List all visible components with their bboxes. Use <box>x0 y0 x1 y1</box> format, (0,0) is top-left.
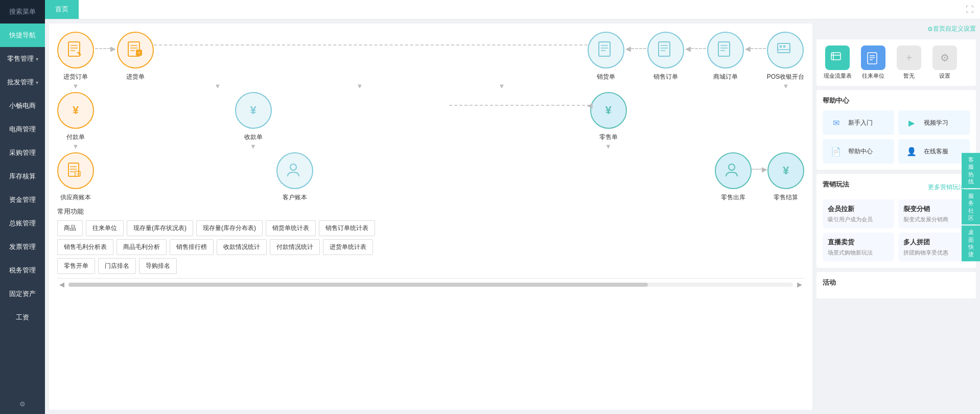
purchase-order-label: 进货订单 <box>63 73 88 81</box>
svg-rect-24 <box>780 45 782 48</box>
qni-contacts[interactable]: 往来单位 <box>858 45 888 80</box>
cf-btn-payment-stat[interactable]: 付款情况统计 <box>270 239 320 255</box>
svg-rect-35 <box>831 53 841 60</box>
sidebar-item-fixed-assets[interactable]: 固定资产 <box>0 282 45 306</box>
payment-order-circle[interactable]: ¥ <box>57 92 94 129</box>
retail-outbound-circle[interactable] <box>715 152 752 189</box>
retail-order-circle[interactable]: ¥ <box>590 92 627 129</box>
scroll-left-arrow[interactable]: ◀ <box>57 281 66 288</box>
cf-btn-goods[interactable]: 商品 <box>57 220 83 236</box>
scroll-track[interactable] <box>68 283 793 287</box>
flow-node-customer-account: 客户账本 <box>276 152 313 202</box>
online-service-icon: 👤 <box>903 143 920 159</box>
sidebar-item-xiaochang-ecom[interactable]: 小畅电商 <box>0 94 45 118</box>
customer-account-label: 客户账本 <box>283 193 307 202</box>
payment-order-label: 付款单 <box>66 133 85 142</box>
help-icon: 📄 <box>828 143 844 159</box>
marketing-item-member[interactable]: 会员拉新 吸引用户成为会员 <box>823 199 894 228</box>
flow-node-sales-receipt: 销货单 <box>588 32 624 81</box>
group-title: 多人拼团 <box>903 238 965 247</box>
service-community-btn[interactable]: 服务 社区 <box>962 189 980 224</box>
cf-btn-guide-ranking[interactable]: 导购排名 <box>139 258 177 274</box>
cf-btn-store-ranking[interactable]: 门店排名 <box>98 258 136 274</box>
fullscreen-icon[interactable]: ⛶ <box>966 5 980 14</box>
cf-btn-inventory-status[interactable]: 现存量(库存状况表) <box>127 220 193 236</box>
qni-settings[interactable]: ⚙ 设置 <box>930 45 960 80</box>
live-desc: 场景式购物新玩法 <box>828 249 889 257</box>
quick-nav-header[interactable]: ⚙ 首页自定义设置 <box>816 24 976 35</box>
live-title: 直播卖货 <box>828 238 889 247</box>
qni-none[interactable]: + 暂无 <box>894 45 924 80</box>
sales-receipt-circle[interactable] <box>588 32 624 68</box>
sidebar-item-ecom-mgmt[interactable]: 电商管理 <box>0 118 45 141</box>
cf-btn-purchase-stat[interactable]: 进货单统计表 <box>323 239 373 255</box>
fission-title: 裂变分销 <box>903 204 965 214</box>
marketing-item-group[interactable]: 多人拼团 拼团购物享受优惠 <box>898 233 970 262</box>
flow-node-purchase-receipt: + 进货单 <box>117 32 154 81</box>
scroll-right-arrow[interactable]: ▶ <box>795 281 804 288</box>
sidebar-item-salary[interactable]: 工资 <box>0 306 45 329</box>
help-item-online-service[interactable]: 👤 在线客服 <box>898 139 970 164</box>
sidebar-item-tax-mgmt[interactable]: 税务管理 <box>0 259 45 282</box>
sidebar-item-inventory[interactable]: 库存核算 <box>0 165 45 188</box>
activity-section: 活动 <box>816 272 976 298</box>
supplier-account-circle[interactable] <box>57 152 94 189</box>
video-label: 视频学习 <box>924 119 948 127</box>
help-item-beginner[interactable]: ✉ 新手入门 <box>823 110 894 135</box>
retail-settlement-circle[interactable]: ¥ <box>767 152 804 189</box>
flow-diagram: 进货订单 ▶ + 进货单 <box>57 32 804 202</box>
chevron-down-icon: ▾ <box>36 56 38 62</box>
qni-cash-flow[interactable]: 现金流量表 <box>823 45 852 80</box>
sidebar-item-finance-mgmt[interactable]: 资金管理 <box>0 188 45 212</box>
cf-btn-retail-order[interactable]: 零售开单 <box>57 258 95 274</box>
fission-desc: 裂变式发展分销商 <box>903 216 965 223</box>
desktop-shortcut-btn[interactable]: 桌面 快捷 <box>962 226 980 261</box>
help-item-help[interactable]: 📄 帮助中心 <box>823 139 894 164</box>
cf-btn-inventory-dist[interactable]: 现存量(库存分布表) <box>196 220 263 236</box>
svg-rect-18 <box>718 42 730 56</box>
pos-cashier-circle[interactable] <box>767 32 804 68</box>
sidebar-item-purchase-mgmt[interactable]: 采购管理 <box>0 141 45 165</box>
sidebar-item-general-ledger[interactable]: 总账管理 <box>0 212 45 235</box>
marketing-item-fission[interactable]: 裂变分销 裂变式发展分销商 <box>898 199 970 228</box>
sidebar-search[interactable]: 搜索菜单 <box>0 0 45 24</box>
receipt-order-circle[interactable]: ¥ <box>235 92 272 129</box>
help-grid: ✉ 新手入门 ▶ 视频学习 📄 帮助中心 👤 在线客服 <box>823 110 970 164</box>
customer-account-circle[interactable] <box>276 152 313 189</box>
cf-btn-contacts[interactable]: 往来单位 <box>86 220 124 236</box>
supplier-account-label: 供应商账本 <box>60 193 91 202</box>
none-icon: + <box>897 45 921 70</box>
cf-btn-sales-margin[interactable]: 销售毛利分析表 <box>57 239 113 255</box>
purchase-order-circle[interactable] <box>57 32 94 68</box>
customer-service-btn[interactable]: 客服 热线 <box>962 153 980 188</box>
sidebar-item-quick-nav[interactable]: 快捷导航 <box>0 24 45 47</box>
svg-rect-25 <box>783 45 785 48</box>
settings-label: 设置 <box>939 72 950 80</box>
purchase-receipt-circle[interactable]: + <box>117 32 154 68</box>
cf-btn-sales-order-stat[interactable]: 销售订单统计表 <box>319 220 375 236</box>
retail-settlement-label: 零售结算 <box>774 193 798 202</box>
flow-node-payment-order: ¥ 付款单 <box>57 92 94 142</box>
retail-order-label: 零售单 <box>599 133 618 142</box>
contacts-label: 往来单位 <box>862 72 884 80</box>
marketing-item-live[interactable]: 直播卖货 场景式购物新玩法 <box>823 233 894 262</box>
help-item-video[interactable]: ▶ 视频学习 <box>898 110 970 135</box>
svg-rect-38 <box>868 53 877 64</box>
sales-order-circle[interactable] <box>647 32 684 68</box>
sidebar-item-invoice-mgmt[interactable]: 发票管理 <box>0 235 45 259</box>
mall-order-label: 商城订单 <box>713 73 738 81</box>
common-functions: 常用功能 商品 往来单位 现存量(库存状况表) 现存量(库存分布表) 销货单统计… <box>57 207 804 274</box>
cf-btn-sales-ranking[interactable]: 销售排行榜 <box>170 239 214 255</box>
flow-node-supplier-account: 供应商账本 <box>57 152 94 202</box>
sidebar-item-wholesale-mgmt[interactable]: 批发管理 ▾ <box>0 71 45 94</box>
cf-btn-sales-stat[interactable]: 销货单统计表 <box>266 220 316 236</box>
cf-btn-goods-margin[interactable]: 商品毛利分析 <box>116 239 167 255</box>
receipt-order-label: 收款单 <box>244 133 263 142</box>
common-functions-title: 常用功能 <box>57 207 804 216</box>
sales-receipt-label: 销货单 <box>597 73 615 81</box>
sidebar-item-retail-mgmt[interactable]: 零售管理 ▾ <box>0 47 45 71</box>
sidebar-settings-icon[interactable]: ⚙ <box>0 394 45 414</box>
tab-home[interactable]: 首页 <box>45 0 79 19</box>
mall-order-circle[interactable] <box>707 32 744 68</box>
cf-btn-receipt-stat[interactable]: 收款情况统计 <box>217 239 267 255</box>
